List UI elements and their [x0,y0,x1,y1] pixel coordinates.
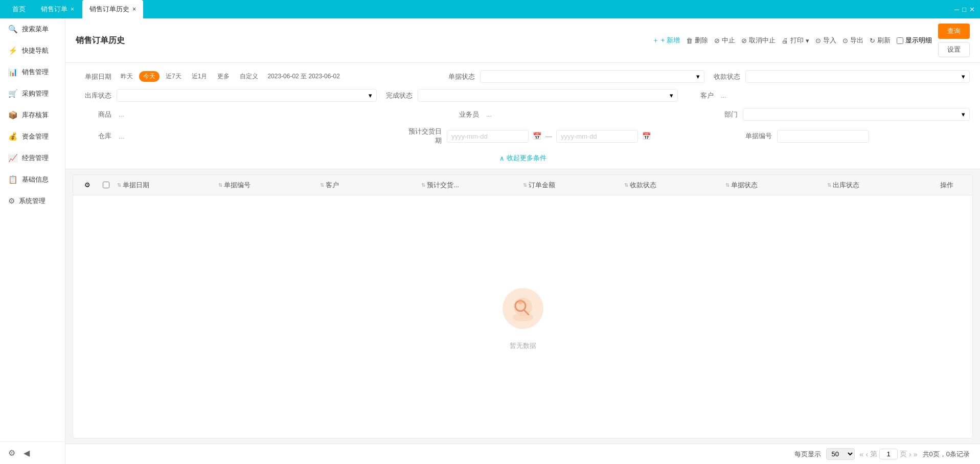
refresh-button[interactable]: ↻ 刷新 [870,36,891,45]
complete-select[interactable]: ▾ [418,89,678,102]
purchase-mgmt-icon: 🛒 [8,89,18,98]
page-size-select[interactable]: 50 10 20 100 [826,448,855,460]
show-detail-wrap: 显示明细 [897,36,932,45]
sidebar-collapse-icon[interactable]: ◀ [24,448,30,458]
total-text: 共0页，0条记录 [923,450,970,459]
select-all-checkbox[interactable] [103,182,109,188]
payment-status-select[interactable]: ▾ [745,70,970,83]
system-mgmt-icon: ⚙ [8,196,15,206]
th-checkbox[interactable] [97,182,115,188]
th-action: 操作 [926,181,967,190]
product-dots[interactable]: ... [119,111,124,118]
customer-filter: ... [719,92,970,99]
th-amount[interactable]: ⇅ 订单金额 [521,181,622,190]
order-number-label: 单据编号 [736,131,777,141]
date-opt-yesterday[interactable]: 昨天 [117,71,137,82]
refresh-icon: ↻ [870,37,875,45]
sidebar-item-quick-nav[interactable]: ⚡ 快捷导航 [0,40,65,61]
th-outbound-status[interactable]: ⇅ 出库状态 [825,181,926,190]
close-sales-history-tab[interactable]: × [132,6,136,13]
date-opt-today[interactable]: 今天 [139,71,159,82]
sidebar-item-capital[interactable]: 💰 资金管理 [0,126,65,147]
tab-sales-history[interactable]: 销售订单历史 × [82,0,143,18]
tab-sales-order[interactable]: 销售订单 × [34,0,81,18]
print-button[interactable]: 🖨 打印 ▾ [782,36,809,45]
date-opt-custom[interactable]: 自定义 [236,71,262,82]
order-status-select[interactable]: ▾ [480,70,704,83]
order-number-input[interactable] [777,130,869,143]
empty-illustration [497,283,549,334]
customer-dots[interactable]: ... [721,92,726,99]
warehouse-dots[interactable]: ... [119,132,124,140]
page-nav: « ‹ 第 页 › » [860,449,918,459]
delete-button[interactable]: 🗑 删除 [686,36,708,45]
new-button[interactable]: ＋ + 新增 [652,36,680,45]
sidebar-item-system[interactable]: ⚙ 系统管理 [0,190,65,212]
outbound-select[interactable]: ▾ [117,89,377,102]
salesperson-dots[interactable]: ... [486,111,492,118]
collapse-up-icon: ∧ [499,154,505,162]
th-payment-status[interactable]: ⇅ 收款状态 [622,181,723,190]
outbound-label: 出库状态 [76,91,117,100]
cal-icon-to[interactable]: 📅 [642,132,651,140]
sidebar-item-search[interactable]: 🔍 搜索菜单 [0,18,65,40]
window-close-btn[interactable]: ✕ [969,6,975,13]
th-date[interactable]: ⇅ 单据日期 [115,181,216,190]
tab-home[interactable]: 首页 [5,0,33,18]
salesperson-filter: ... [484,111,702,118]
department-dropdown-icon: ▾ [962,111,965,118]
print-icon: 🖨 [782,37,788,45]
th-customer[interactable]: ⇅ 客户 [318,181,419,190]
sidebar-item-inventory[interactable]: 📦 库存核算 [0,104,65,126]
collapse-label: 收起更多条件 [507,153,546,163]
last-page-btn[interactable]: » [914,450,918,458]
jump-label: 第 [870,450,877,459]
complete-dropdown-icon: ▾ [670,92,673,99]
svg-point-1 [514,298,532,316]
sidebar-item-purchase[interactable]: 🛒 采购管理 [0,83,65,104]
first-page-btn[interactable]: « [860,450,864,458]
sidebar-item-operations[interactable]: 📈 经营管理 [0,147,65,169]
collapse-bar[interactable]: ∧ 收起更多条件 [76,151,970,167]
th-order-status[interactable]: ⇅ 单据状态 [723,181,825,190]
expected-date-from[interactable] [447,130,529,143]
window-min-btn[interactable]: ─ [954,6,959,13]
show-detail-checkbox[interactable] [897,37,903,44]
sidebar-settings-icon[interactable]: ⚙ [8,448,15,458]
th-expected-date[interactable]: ⇅ 预计交货... [419,181,520,190]
order-number-filter [777,130,970,143]
table-footer: 每页显示 50 10 20 100 « ‹ 第 页 › » 共0页，0条记录 [65,444,980,464]
capital-mgmt-icon: 💰 [8,132,18,141]
close-sales-order-tab[interactable]: × [71,6,74,13]
cancel-stop-button[interactable]: ⊘ 取消中止 [741,36,776,45]
th-settings[interactable]: ⚙ [78,181,97,189]
new-icon: ＋ [652,36,659,45]
set-button[interactable]: 设置 [938,42,970,57]
page-number-input[interactable] [879,449,898,459]
th-number[interactable]: ⇅ 单据编号 [216,181,317,190]
import-button[interactable]: ⊙ 导入 [815,36,836,45]
cal-icon-from[interactable]: 📅 [533,132,541,140]
prev-page-btn[interactable]: ‹ [865,450,868,458]
date-opt-more[interactable]: 更多 [213,71,234,82]
page-size-label: 每页显示 [794,450,821,459]
date-opt-1month[interactable]: 近1月 [188,71,212,82]
sidebar-item-basic-info[interactable]: 📋 基础信息 [0,169,65,190]
filter-row-4: 仓库 ... 预计交货日期 📅 — 📅 单据编号 [76,127,970,145]
query-button[interactable]: 查询 [938,24,970,39]
department-label: 部门 [702,110,743,119]
expected-date-to[interactable] [556,130,638,143]
date-filter-value: 昨天 今天 近7天 近1月 更多 自定义 2023-06-02 至 2023-0… [117,71,439,82]
layout: 🔍 搜索菜单 ⚡ 快捷导航 📊 销售管理 🛒 采购管理 📦 库存核算 💰 资金管… [0,18,980,464]
sidebar-item-sales[interactable]: 📊 销售管理 [0,61,65,83]
date-opt-7days[interactable]: 近7天 [162,71,186,82]
department-select[interactable]: ▾ [743,108,970,121]
next-page-btn[interactable]: › [909,450,911,458]
stop-button[interactable]: ⊘ 中止 [714,36,735,45]
window-max-btn[interactable]: □ [962,6,966,13]
export-button[interactable]: ⊙ 导出 [842,36,863,45]
cancel-stop-icon: ⊘ [741,37,747,45]
sort-icon-amount: ⇅ [523,182,527,188]
order-status-dropdown-icon: ▾ [696,73,700,80]
sidebar: 🔍 搜索菜单 ⚡ 快捷导航 📊 销售管理 🛒 采购管理 📦 库存核算 💰 资金管… [0,18,65,464]
